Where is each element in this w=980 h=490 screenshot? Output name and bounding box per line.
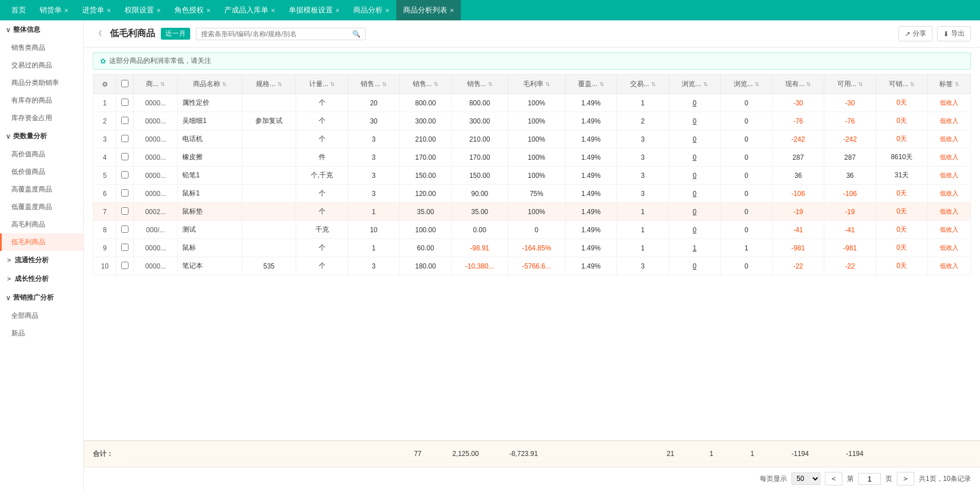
share-button[interactable]: ↗ 分享 bbox=[898, 26, 932, 41]
sidebar-section-overall[interactable]: ∨ 整体信息 bbox=[0, 20, 83, 39]
row-checkbox-7[interactable] bbox=[121, 225, 129, 233]
sidebar-item-high-coverage[interactable]: 高覆盖度商品 bbox=[0, 181, 83, 198]
view1-link[interactable]: 0 bbox=[693, 154, 697, 161]
cell-checkbox[interactable] bbox=[117, 257, 134, 275]
close-purchase-tab[interactable]: ✕ bbox=[106, 7, 111, 14]
col-view2[interactable]: 浏览... ⇅ bbox=[721, 75, 772, 94]
row-checkbox-8[interactable] bbox=[121, 244, 129, 251]
row-checkbox-2[interactable] bbox=[121, 135, 129, 142]
cell-view1[interactable]: 0 bbox=[669, 94, 720, 112]
cell-view1[interactable]: 0 bbox=[669, 221, 720, 239]
cell-checkbox[interactable] bbox=[117, 148, 134, 167]
col-available[interactable]: 可用... ⇅ bbox=[824, 75, 876, 94]
sidebar-item-traded-products[interactable]: 交易过的商品 bbox=[0, 57, 83, 74]
filter-tag-month[interactable]: 近一月 bbox=[161, 28, 190, 40]
view1-link[interactable]: 0 bbox=[693, 99, 697, 107]
sidebar-item-category-rate[interactable]: 商品分类助销率 bbox=[0, 74, 83, 92]
nav-template-settings[interactable]: 单据模板设置 ✕ bbox=[282, 0, 346, 20]
nav-purchase[interactable]: 进货单 ✕ bbox=[75, 0, 118, 20]
close-template-tab[interactable]: ✕ bbox=[335, 7, 340, 14]
cell-view1[interactable]: 0 bbox=[669, 203, 720, 221]
sidebar-item-all-products[interactable]: 全部商品 bbox=[0, 307, 83, 325]
nav-sales[interactable]: 销货单 ✕ bbox=[33, 0, 75, 20]
sidebar-item-in-stock[interactable]: 有库存的商品 bbox=[0, 92, 83, 109]
cell-view1[interactable]: 0 bbox=[669, 257, 720, 275]
view1-link[interactable]: 0 bbox=[693, 117, 697, 125]
cell-checkbox[interactable] bbox=[117, 112, 134, 130]
sidebar-item-sales-products[interactable]: 销售类商品 bbox=[0, 39, 83, 57]
export-button[interactable]: ⬇ 导出 bbox=[937, 26, 971, 41]
cell-checkbox[interactable] bbox=[117, 221, 134, 239]
view1-link[interactable]: 0 bbox=[693, 262, 697, 270]
col-tag[interactable]: 标签 ⇅ bbox=[928, 75, 971, 94]
col-sales-price[interactable]: 销售... ⇅ bbox=[400, 75, 451, 94]
col-transaction[interactable]: 交易... ⇅ bbox=[617, 75, 669, 94]
close-roles-tab[interactable]: ✕ bbox=[206, 7, 211, 14]
sidebar-item-low-coverage[interactable]: 低覆盖度商品 bbox=[0, 198, 83, 216]
col-saleable[interactable]: 可销... ⇅ bbox=[876, 75, 927, 94]
nav-home[interactable]: 首页 bbox=[5, 0, 33, 20]
col-current-stock[interactable]: 现有... ⇅ bbox=[772, 75, 824, 94]
cell-checkbox[interactable] bbox=[117, 130, 134, 148]
sidebar-item-low-value[interactable]: 低价值商品 bbox=[0, 163, 83, 181]
col-unit[interactable]: 计量... ⇅ bbox=[296, 75, 348, 94]
nav-product-entry[interactable]: 产成品入库单 ✕ bbox=[217, 0, 282, 20]
search-icon[interactable]: 🔍 bbox=[352, 30, 361, 38]
cell-checkbox[interactable] bbox=[117, 203, 134, 221]
collapse-sidebar-button[interactable]: 《 bbox=[93, 29, 104, 39]
sidebar-section-growth[interactable]: ＞ 成长性分析 bbox=[0, 270, 83, 288]
sidebar-item-stock-fund[interactable]: 库存资金占用 bbox=[0, 109, 83, 127]
row-checkbox-4[interactable] bbox=[121, 171, 129, 178]
cell-view1[interactable]: 0 bbox=[669, 130, 720, 148]
page-number-input[interactable] bbox=[858, 473, 881, 485]
sidebar-section-marketing[interactable]: ∨ 营销推广分析 bbox=[0, 288, 83, 307]
cell-view1[interactable]: 0 bbox=[669, 112, 720, 130]
sidebar-item-high-value[interactable]: 高价值商品 bbox=[0, 146, 83, 163]
col-name[interactable]: 商品名称 ⇅ bbox=[178, 75, 242, 94]
close-permissions-tab[interactable]: ✕ bbox=[156, 7, 161, 14]
next-page-button[interactable]: ＞ bbox=[897, 472, 914, 485]
view1-link[interactable]: 0 bbox=[693, 226, 697, 234]
col-view1[interactable]: 浏览... ⇅ bbox=[669, 75, 720, 94]
per-page-select[interactable]: 50 100 200 bbox=[791, 472, 820, 485]
cell-view1[interactable]: 0 bbox=[669, 167, 720, 185]
cell-checkbox[interactable] bbox=[117, 185, 134, 203]
close-product-entry-tab[interactable]: ✕ bbox=[271, 7, 275, 14]
close-analysis-tab[interactable]: ✕ bbox=[385, 7, 390, 14]
row-checkbox-3[interactable] bbox=[121, 153, 129, 160]
sidebar-item-low-profit[interactable]: 低毛利商品 bbox=[0, 233, 83, 251]
nav-product-analysis[interactable]: 商品分析 ✕ bbox=[346, 0, 396, 20]
row-checkbox-0[interactable] bbox=[121, 99, 129, 106]
sidebar-section-quantity[interactable]: ∨ 类数量分析 bbox=[0, 127, 83, 146]
view1-link[interactable]: 0 bbox=[693, 135, 697, 143]
row-checkbox-9[interactable] bbox=[121, 262, 129, 269]
sidebar-item-new-products[interactable]: 新品 bbox=[0, 325, 83, 342]
col-sales-qty[interactable]: 销售... ⇅ bbox=[348, 75, 399, 94]
col-coverage[interactable]: 覆盖... ⇅ bbox=[565, 75, 617, 94]
view1-link[interactable]: 0 bbox=[693, 190, 697, 198]
cell-view1[interactable]: 1 bbox=[669, 239, 720, 257]
cell-checkbox[interactable] bbox=[117, 94, 134, 112]
view1-link[interactable]: 0 bbox=[693, 208, 697, 216]
cell-view1[interactable]: 0 bbox=[669, 148, 720, 167]
cell-checkbox[interactable] bbox=[117, 167, 134, 185]
col-gross-rate[interactable]: 毛利率 ⇅ bbox=[508, 75, 565, 94]
cell-checkbox[interactable] bbox=[117, 239, 134, 257]
sidebar-section-circulation[interactable]: ＞ 流通性分析 bbox=[0, 251, 83, 270]
view1-link[interactable]: 1 bbox=[693, 244, 697, 252]
close-sales-tab[interactable]: ✕ bbox=[64, 7, 69, 14]
nav-analysis-list[interactable]: 商品分析列表 ✕ bbox=[396, 0, 461, 20]
select-all-checkbox[interactable] bbox=[121, 80, 129, 87]
prev-page-button[interactable]: ＜ bbox=[825, 472, 842, 485]
col-spec[interactable]: 规格... ⇅ bbox=[242, 75, 296, 94]
nav-roles[interactable]: 角色授权 ✕ bbox=[168, 0, 217, 20]
col-settings[interactable]: ⚙ bbox=[93, 75, 117, 94]
search-input[interactable] bbox=[201, 30, 352, 38]
col-sales-amount[interactable]: 销售... ⇅ bbox=[451, 75, 508, 94]
row-checkbox-5[interactable] bbox=[121, 189, 129, 197]
nav-permissions[interactable]: 权限设置 ✕ bbox=[118, 0, 168, 20]
sidebar-item-high-profit[interactable]: 高毛利商品 bbox=[0, 216, 83, 233]
cell-view1[interactable]: 0 bbox=[669, 185, 720, 203]
col-code[interactable]: 商... ⇅ bbox=[134, 75, 178, 94]
view1-link[interactable]: 0 bbox=[693, 172, 697, 180]
